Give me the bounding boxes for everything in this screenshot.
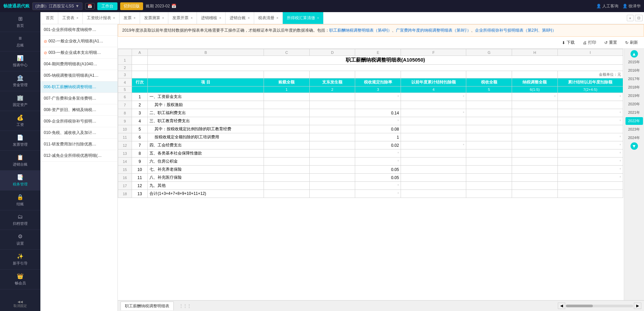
sidebar-label-settings: 设置 <box>16 241 24 246</box>
sidebar-item-assets-mgmt[interactable]: 🏦 资金管理 <box>0 71 40 91</box>
table-row: 18 13 合计(1+3+4+7+8+9+10+11+12) * <box>118 190 623 198</box>
year-item-2016[interactable]: 2016年 <box>625 67 643 74</box>
sidebar-item-home[interactable]: ⊞ 首页 <box>0 12 40 32</box>
year-item-2019[interactable]: 2019年 <box>625 92 643 100</box>
tab-payroll[interactable]: 工资表× <box>58 12 83 24</box>
tab-invoice-open[interactable]: 发票开票× <box>168 12 197 24</box>
table-row: 12 7 四、工会经费支出 0.02 * * <box>118 141 623 149</box>
calendar-icon-btn[interactable]: 📅 <box>85 3 95 9</box>
form-item-004[interactable]: 004-期间费用明细表(A1040… <box>40 59 117 70</box>
tab-sales-ledger[interactable]: 进销台账× <box>226 12 254 24</box>
year-scroll-down-btn[interactable]: ▼ <box>631 142 638 150</box>
form-item-009[interactable]: 009-企业所得税弥补亏损明… <box>40 116 117 127</box>
form-item-012[interactable]: 012-减免企业所得税优惠明细(… <box>40 150 117 162</box>
year-item-2017[interactable]: 2017年 <box>625 75 643 83</box>
download-btn[interactable]: ⬇ 下载 <box>560 39 577 46</box>
tab-invoice[interactable]: 发票× <box>120 12 140 24</box>
sales-icon: 📋 <box>17 154 24 161</box>
reports-icon: 📊 <box>17 55 24 61</box>
bottom-sheet-tab[interactable]: 职工薪酬纳税调整明细表 <box>121 302 174 310</box>
form-item-010[interactable]: 010-免税、减收收入及加计… <box>40 127 117 139</box>
table-row: 13 8 五、各类基本社会保障性缴款 * * <box>118 149 623 158</box>
scroll-right-btn[interactable]: ▶ <box>634 303 641 309</box>
col-header-B: B <box>148 49 264 56</box>
sidebar-label-archive: 归档管理 <box>13 221 28 226</box>
form-item-003[interactable]: ⊘003-一般企业成本支出明细… <box>40 47 117 59</box>
tab-invoice-calc[interactable]: 发票测算× <box>140 12 169 24</box>
download-icon: ⬇ <box>562 40 565 45</box>
form-item-002[interactable]: ⊘002-一般企业收入明细表(A1… <box>40 36 117 47</box>
close-invoice-open-tab[interactable]: × <box>191 16 193 20</box>
sheet-options-btn[interactable]: ⋮⋮⋮ <box>179 304 191 308</box>
header-row-1: 4 行次 项 目 账载全额 支东发生额 税收规定扣除率 以前年度累计结转扣除额 … <box>118 78 623 87</box>
tab-payroll-report[interactable]: 工资统计报表× <box>83 12 120 24</box>
col-item-header: 项 目 <box>148 78 264 87</box>
refresh-icon: ↻ <box>625 40 629 45</box>
year-scroll-up-btn[interactable]: ▲ <box>631 50 638 58</box>
reset-btn[interactable]: ↺ 重置 <box>602 39 619 46</box>
sidebar-label-gl: 总账 <box>16 43 24 48</box>
refresh-btn[interactable]: ↻ 刷新 <box>623 39 640 46</box>
year-item-2023[interactable]: 2023年 <box>625 126 643 133</box>
switch-btn[interactable]: 切到旧版 <box>120 2 143 10</box>
closing-icon: 🔒 <box>17 194 24 200</box>
form-item-005[interactable]: 005-纳税调整项目明细表(A1… <box>40 70 117 81</box>
tab-close-all-btn[interactable]: × <box>627 15 634 21</box>
sidebar-item-invoice-mgmt[interactable]: 📄 发票管理 <box>0 131 40 151</box>
spreadsheet-container: ▲ 2015年 2016年 2017年 2018年 2019年 2020年 20… <box>118 49 644 300</box>
close-income-tax-tab[interactable]: × <box>317 16 319 20</box>
form-item-011[interactable]: 011-研发费用加计扣除优惠… <box>40 139 117 150</box>
sidebar-item-archive[interactable]: 🗂 归档管理 <box>0 210 40 230</box>
year-item-2021[interactable]: 2021年 <box>625 109 643 116</box>
sidebar-item-fixed-assets[interactable]: 🏢 固定资产 <box>0 91 40 111</box>
col-future-carry-header: 累计结转以后年度扣除额 <box>557 78 623 87</box>
unit-row: 3 金额单位：元 <box>118 71 623 78</box>
year-item-2018[interactable]: 2018年 <box>625 83 643 91</box>
company-dropdown-arrow: ▼ <box>75 4 79 8</box>
tab-home[interactable]: 首页 <box>42 12 58 24</box>
close-payroll-report-tab[interactable]: × <box>113 16 115 20</box>
form-item-008[interactable]: 008-资产折旧、摊销及纳税… <box>40 104 117 116</box>
year-item-2022[interactable]: 2022年 <box>625 117 643 125</box>
sidebar-item-payroll[interactable]: 💰 工资 <box>0 111 40 131</box>
close-invoice-calc-tab[interactable]: × <box>162 16 164 20</box>
form-item-007[interactable]: 007-广告费和业务宣传费明… <box>40 93 117 104</box>
form-item-006[interactable]: 006-职工薪酬纳税调整明细… <box>40 81 117 93</box>
close-sales-check-tab[interactable]: × <box>219 16 221 20</box>
year-item-2020[interactable]: 2020年 <box>625 100 643 108</box>
tab-bar-actions: × ⊡ <box>627 15 643 21</box>
vip-icon: 👑 <box>17 273 24 279</box>
close-invoice-tab[interactable]: × <box>134 16 136 20</box>
year-item-2015[interactable]: 2015年 <box>625 58 643 66</box>
tab-maximize-btn[interactable]: ⊡ <box>635 15 643 21</box>
close-tax-clear-tab[interactable]: × <box>276 16 278 20</box>
cancel-fixed-btn[interactable]: ◀◀ 取消固定 <box>0 297 40 311</box>
sidebar-item-settings[interactable]: ⚙ 设置 <box>0 230 40 250</box>
tab-sales-check[interactable]: 进销稽核× <box>197 12 226 24</box>
print-btn[interactable]: 🖨 打印 <box>581 39 598 46</box>
sidebar-item-closing[interactable]: 🔒 结账 <box>0 191 40 210</box>
sidebar-item-vip[interactable]: 👑 畅会员 <box>0 270 40 289</box>
year-item-2024[interactable]: 2024年 <box>625 134 643 142</box>
table-row: 14 9 六、住房公积金 * * <box>118 158 623 166</box>
year-scroll: ▲ 2015年 2016年 2017年 2018年 2019年 2020年 20… <box>624 49 644 300</box>
workbench-btn[interactable]: 工作台 <box>97 2 117 10</box>
sidebar-label-tax: 税务管理 <box>13 182 28 187</box>
user-btn[interactable]: 👤 徐泽华 <box>622 3 641 9</box>
support-btn[interactable]: 👤 人工客询 <box>596 3 618 9</box>
sidebar-item-general-ledger[interactable]: ≡ 总账 <box>0 32 40 51</box>
company-selector[interactable]: (勿删）江西股宝-LSS ▼ <box>32 2 82 10</box>
ledger-icon: ≡ <box>19 35 22 41</box>
sidebar-item-sales-ledger[interactable]: 📋 进销台账 <box>0 151 40 171</box>
col-tax-rate-header: 税收规定扣除率 <box>355 78 401 87</box>
tab-income-tax[interactable]: 所得税汇算清缴× <box>283 12 324 24</box>
sidebar-item-tax-mgmt[interactable]: 📑 税务管理 <box>0 171 40 191</box>
form-item-001[interactable]: 001-企业所得税年度纳税申… <box>40 24 117 36</box>
close-sales-ledger-tab[interactable]: × <box>248 16 250 20</box>
close-payroll-tab[interactable]: × <box>76 16 78 20</box>
highlight-3: 企业所得税弥补亏损明细表（第2列、第8列） <box>475 28 556 33</box>
tab-tax-clear[interactable]: 税表清册× <box>254 12 283 24</box>
sidebar-item-reports[interactable]: 📊 报表中心 <box>0 51 40 71</box>
scroll-left-btn[interactable]: ◀ <box>558 303 565 309</box>
sidebar-item-new-guide[interactable]: ✨ 新手引导 <box>0 250 40 270</box>
